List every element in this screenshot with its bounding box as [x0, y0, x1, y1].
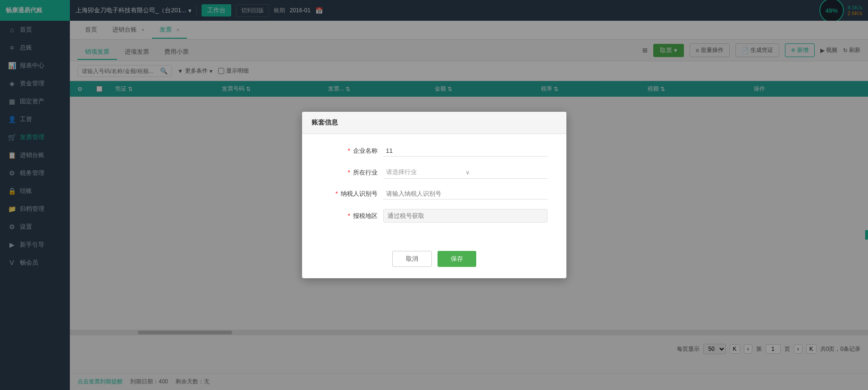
industry-chevron-icon: ∨	[465, 169, 545, 176]
company-name-row: * 企业名称	[321, 145, 548, 157]
modal-header: 账套信息	[302, 112, 566, 134]
tax-region-input[interactable]	[383, 209, 548, 223]
company-name-input[interactable]	[383, 145, 548, 157]
taxpayer-id-label: * 纳税人识别号	[321, 190, 378, 198]
industry-label: * 所在行业	[321, 168, 378, 177]
modal-body: * 企业名称 * 所在行业 请选择行业 ∨ *	[302, 134, 566, 243]
tax-region-label: * 报税地区	[321, 212, 378, 220]
cancel-button[interactable]: 取消	[392, 251, 432, 267]
modal-overlay[interactable]: 账套信息 * 企业名称 * 所在行业 请选择行业 ∨	[0, 0, 868, 390]
industry-row: * 所在行业 请选择行业 ∨	[321, 166, 548, 179]
industry-select[interactable]: 请选择行业 ∨	[383, 166, 548, 179]
company-name-label: * 企业名称	[321, 147, 378, 155]
tax-region-row: * 报税地区	[321, 209, 548, 223]
save-button[interactable]: 保存	[438, 251, 476, 267]
taxpayer-id-input[interactable]	[383, 188, 548, 199]
modal-footer: 取消 保存	[302, 243, 566, 278]
account-info-modal: 账套信息 * 企业名称 * 所在行业 请选择行业 ∨	[302, 112, 566, 278]
taxpayer-id-row: * 纳税人识别号	[321, 188, 548, 199]
